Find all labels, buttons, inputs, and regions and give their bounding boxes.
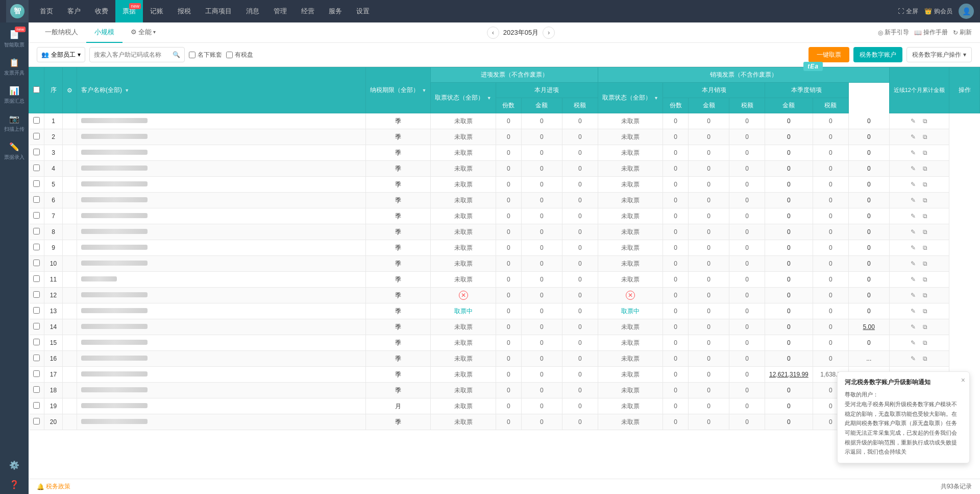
- edit-btn[interactable]: ✎: [908, 243, 918, 253]
- copy-btn[interactable]: ⧉: [920, 148, 930, 158]
- count-link[interactable]: 0: [829, 228, 832, 236]
- manual-btn[interactable]: 📖 操作手册: [914, 28, 948, 37]
- count-link[interactable]: 0: [745, 228, 749, 236]
- count-link[interactable]: 0: [745, 308, 749, 315]
- count-link[interactable]: 0: [674, 403, 677, 410]
- count-link[interactable]: 0: [540, 355, 544, 362]
- count-link[interactable]: 0: [707, 165, 710, 172]
- date-next-btn[interactable]: ›: [543, 27, 555, 39]
- row-checkbox[interactable]: [33, 180, 40, 187]
- count-link[interactable]: 0: [507, 228, 510, 236]
- count-link[interactable]: 0: [540, 228, 544, 236]
- count-link[interactable]: 0: [578, 387, 582, 394]
- count-link[interactable]: 0: [745, 165, 749, 172]
- count-link[interactable]: 0: [578, 165, 582, 172]
- count-link[interactable]: 0: [507, 165, 510, 172]
- th-client-name[interactable]: 客户名称(全部) ▼: [77, 67, 366, 113]
- count-link[interactable]: 0: [707, 228, 710, 236]
- count-link[interactable]: 0: [507, 387, 510, 394]
- count-link[interactable]: 0: [674, 244, 677, 251]
- count-link[interactable]: 0: [540, 276, 544, 283]
- row-checkbox[interactable]: [33, 323, 40, 330]
- count-link[interactable]: 0: [540, 149, 544, 156]
- count-link[interactable]: 0: [674, 323, 677, 331]
- count-link[interactable]: 0: [674, 213, 677, 220]
- vip-btn[interactable]: 👑 购会员: [924, 7, 952, 16]
- tax-policy-link[interactable]: 🔔 税务政策: [37, 482, 70, 491]
- copy-btn[interactable]: ⧉: [920, 195, 930, 205]
- count-link[interactable]: 0: [674, 228, 677, 236]
- copy-btn[interactable]: ⧉: [920, 322, 930, 332]
- count-link[interactable]: 0: [674, 149, 677, 156]
- count-link[interactable]: 0: [507, 276, 510, 283]
- count-link[interactable]: 0: [745, 276, 749, 283]
- row-checkbox[interactable]: [33, 291, 40, 298]
- row-checkbox[interactable]: [33, 212, 40, 219]
- count-link[interactable]: 0: [578, 323, 582, 331]
- count-link[interactable]: 0: [707, 244, 710, 251]
- count-link[interactable]: 0: [745, 387, 749, 394]
- count-link[interactable]: 0: [578, 133, 582, 140]
- nav-business[interactable]: 工商项目: [198, 0, 239, 22]
- row-checkbox[interactable]: [33, 244, 40, 250]
- count-link[interactable]: 0: [829, 339, 832, 346]
- copy-btn[interactable]: ⧉: [920, 290, 930, 300]
- count-link[interactable]: 0: [829, 181, 832, 188]
- count-link[interactable]: 0: [578, 418, 582, 426]
- count-link[interactable]: 0: [674, 292, 677, 299]
- sidebar-item-settings[interactable]: ⚙️: [0, 455, 29, 475]
- copy-btn[interactable]: ⧉: [920, 338, 930, 348]
- count-link[interactable]: 0: [507, 117, 510, 125]
- avatar-btn[interactable]: 👤: [959, 4, 974, 19]
- row-checkbox[interactable]: [33, 228, 40, 234]
- sidebar-item-issue[interactable]: 📋 发票开具: [0, 53, 29, 81]
- copy-btn[interactable]: ⧉: [920, 306, 930, 316]
- tab-all[interactable]: ⚙ 全能 ▾: [122, 22, 164, 43]
- edit-btn[interactable]: ✎: [908, 195, 918, 205]
- edit-btn[interactable]: ✎: [908, 258, 918, 269]
- nav-tax[interactable]: 报税: [170, 0, 198, 22]
- count-link[interactable]: 0: [578, 149, 582, 156]
- count-link[interactable]: 0: [829, 213, 832, 220]
- count-link[interactable]: 0: [745, 371, 749, 378]
- edit-btn[interactable]: ✎: [908, 354, 918, 364]
- count-link[interactable]: 0: [707, 308, 710, 315]
- count-link[interactable]: 0: [507, 403, 510, 410]
- tab-small-scale[interactable]: 小规模: [86, 22, 122, 43]
- nav-fee[interactable]: 收费: [88, 0, 115, 22]
- copy-btn[interactable]: ⧉: [920, 227, 930, 237]
- row-checkbox[interactable]: [33, 117, 40, 124]
- nav-bookkeep[interactable]: 记账: [143, 0, 170, 22]
- row-checkbox[interactable]: [33, 386, 40, 393]
- count-link[interactable]: 0: [674, 181, 677, 188]
- count-link[interactable]: 0: [674, 371, 677, 378]
- count-link[interactable]: 0: [829, 117, 832, 125]
- count-link[interactable]: 0: [674, 276, 677, 283]
- count-link[interactable]: 0: [745, 244, 749, 251]
- count-link[interactable]: 0: [745, 339, 749, 346]
- count-link[interactable]: 0: [507, 371, 510, 378]
- count-link[interactable]: 0: [707, 403, 710, 410]
- row-checkbox[interactable]: [33, 339, 40, 345]
- fullscreen-btn[interactable]: ⛶ 全屏: [898, 7, 918, 16]
- count-link[interactable]: 0: [745, 149, 749, 156]
- count-link[interactable]: 0: [578, 371, 582, 378]
- count-link[interactable]: 0: [540, 197, 544, 204]
- row-checkbox[interactable]: [33, 149, 40, 155]
- count-link[interactable]: 0: [540, 308, 544, 315]
- count-link[interactable]: 0: [540, 323, 544, 331]
- count-link[interactable]: 0: [829, 292, 832, 299]
- copy-btn[interactable]: ⧉: [920, 211, 930, 221]
- search-icon[interactable]: 🔍: [173, 51, 180, 58]
- count-link[interactable]: 0: [507, 197, 510, 204]
- sidebar-item-smart-invoice[interactable]: 📄 智能取票 new: [0, 25, 29, 53]
- row-checkbox[interactable]: [33, 260, 40, 266]
- count-link[interactable]: 0: [578, 308, 582, 315]
- count-link[interactable]: 0: [745, 355, 749, 362]
- count-link[interactable]: 0: [674, 355, 677, 362]
- count-link[interactable]: 0: [507, 133, 510, 140]
- count-link[interactable]: 0: [745, 133, 749, 140]
- subbookkeeping-check[interactable]: [189, 52, 195, 58]
- count-link[interactable]: 0: [674, 387, 677, 394]
- nav-settings[interactable]: 设置: [349, 0, 377, 22]
